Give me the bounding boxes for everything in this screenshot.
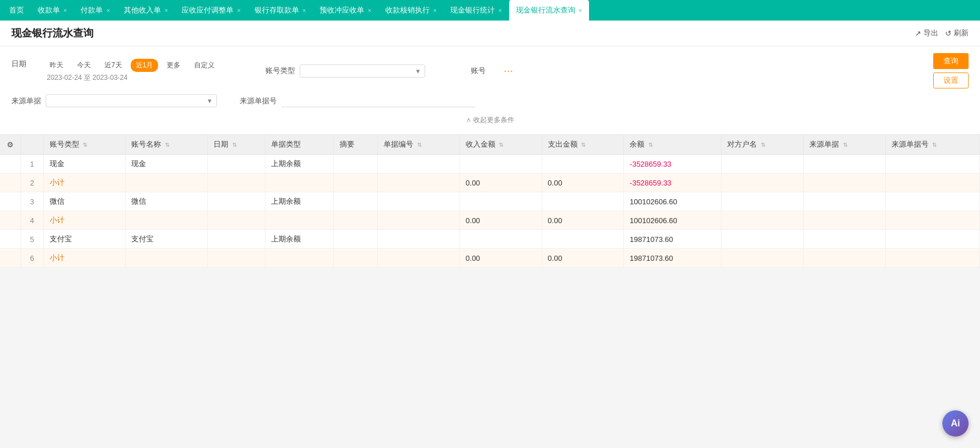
nav-advance[interactable]: 预收冲应收单 ×	[313, 0, 378, 21]
nav-collection[interactable]: 收款核销执行 ×	[378, 0, 443, 21]
nav-ar-ap-close[interactable]: ×	[237, 0, 240, 21]
source-doc-no-input[interactable]	[281, 95, 475, 107]
account-type-select[interactable]: ▾	[300, 64, 425, 78]
nav-bank-deposit-label: 银行存取款单	[255, 0, 299, 21]
export-button[interactable]: ↗ 导出	[915, 28, 938, 38]
date-filter: 日期 昨天 今天 近7天 近1月 更多 自定义 2023-02-24 至 202…	[11, 59, 220, 83]
nav-home[interactable]: 首页	[2, 0, 31, 21]
col-account-type[interactable]: 账号类型 ⇅	[43, 135, 126, 155]
query-button[interactable]: 查询	[933, 53, 969, 69]
date-btn-today[interactable]: 今天	[72, 59, 96, 72]
col-source-doc[interactable]: 来源单据 ⇅	[803, 135, 885, 155]
row-account-name	[126, 249, 208, 268]
row-settings	[0, 230, 21, 249]
row-doc-no	[378, 173, 460, 192]
row-expense	[542, 192, 624, 211]
date-btn-1month[interactable]: 近1月	[131, 59, 159, 72]
nav-advance-close[interactable]: ×	[368, 0, 371, 21]
row-num: 1	[21, 155, 43, 173]
nav-ar-ap[interactable]: 应收应付调整单 ×	[175, 0, 247, 21]
row-account-name: 微信	[126, 192, 208, 211]
col-expense[interactable]: 支出金额 ⇅	[542, 135, 624, 155]
collapse-label: 收起更多条件	[473, 116, 514, 124]
nav-cash-flow[interactable]: 现金银行流水查询 ×	[509, 0, 589, 21]
nav-bank-deposit-close[interactable]: ×	[303, 0, 306, 21]
table-container: ⚙ 账号类型 ⇅ 账号名称 ⇅ 日期 ⇅ 单据类型 摘要 单据编号 ⇅ 收入金额…	[0, 135, 980, 268]
col-counterparty[interactable]: 对方户名 ⇅	[721, 135, 804, 155]
date-btn-yesterday[interactable]: 昨天	[45, 59, 68, 72]
date-btn-7days[interactable]: 近7天	[99, 59, 127, 72]
refresh-button[interactable]: ↺ 刷新	[945, 28, 969, 38]
table-row: 6 小计 0.00 0.00 19871073.60	[0, 249, 980, 268]
nav-payment-label: 付款单	[80, 0, 103, 21]
nav-other-income-close[interactable]: ×	[164, 0, 168, 21]
row-account-name: 现金	[126, 155, 208, 173]
source-doc-no-label: 来源单据号	[240, 96, 277, 106]
row-counterparty	[721, 230, 804, 249]
refresh-label: 刷新	[954, 28, 969, 38]
nav-cash-flow-close[interactable]: ×	[579, 0, 582, 21]
row-settings	[0, 249, 21, 268]
account-dots[interactable]: ···	[504, 67, 514, 75]
row-summary	[333, 155, 377, 173]
nav-other-income[interactable]: 其他收入单 ×	[117, 0, 175, 21]
row-settings	[0, 173, 21, 192]
table-body: 1 现金 现金 上期余额 -3528659.33 2 小计 0.00 0.00 …	[0, 155, 980, 268]
row-date	[208, 211, 265, 230]
nav-collection-close[interactable]: ×	[433, 0, 437, 21]
nav-ar-ap-label: 应收应付调整单	[182, 0, 233, 21]
nav-cash-stats-close[interactable]: ×	[498, 0, 502, 21]
row-date	[208, 173, 265, 192]
row-balance: -3528659.33	[624, 155, 721, 173]
nav-payment[interactable]: 付款单 ×	[74, 0, 116, 21]
filter-row-2: 来源单据 ▾ 来源单据号	[11, 94, 969, 107]
row-num: 6	[21, 249, 43, 268]
date-controls: 昨天 今天 近7天 近1月 更多 自定义 2023-02-24 至 2023-0…	[45, 59, 220, 83]
row-doc-type	[265, 249, 334, 268]
row-doc-type	[265, 173, 334, 192]
date-btn-custom[interactable]: 自定义	[189, 59, 220, 72]
col-num	[21, 135, 43, 155]
row-account-type: 小计	[43, 249, 126, 268]
table-row: 4 小计 0.00 0.00 100102606.60	[0, 211, 980, 230]
nav-receipt-close[interactable]: ×	[63, 0, 67, 21]
row-summary	[333, 211, 377, 230]
col-account-name[interactable]: 账号名称 ⇅	[126, 135, 208, 155]
col-doc-no[interactable]: 单据编号 ⇅	[378, 135, 460, 155]
row-settings	[0, 155, 21, 173]
row-income	[459, 155, 542, 173]
nav-payment-close[interactable]: ×	[106, 0, 110, 21]
collapse-icon: ∧	[466, 116, 471, 124]
filter-row-1: 日期 昨天 今天 近7天 近1月 更多 自定义 2023-02-24 至 202…	[11, 53, 969, 88]
table-row: 1 现金 现金 上期余额 -3528659.33	[0, 155, 980, 173]
row-account-name	[126, 173, 208, 192]
col-balance[interactable]: 余额 ⇅	[624, 135, 721, 155]
settings-button[interactable]: 设置	[933, 72, 969, 88]
table-row: 5 支付宝 支付宝 上期余额 19871073.60	[0, 230, 980, 249]
row-source-doc	[803, 155, 885, 173]
nav-home-label: 首页	[9, 0, 24, 21]
nav-cash-stats[interactable]: 现金银行统计 ×	[443, 0, 509, 21]
row-source-doc	[803, 249, 885, 268]
source-doc-select[interactable]: ▾	[46, 94, 217, 107]
export-label: 导出	[923, 28, 938, 38]
col-settings[interactable]: ⚙	[0, 135, 21, 155]
table-row: 3 微信 微信 上期余额 100102606.60	[0, 192, 980, 211]
nav-cash-flow-label: 现金银行流水查询	[516, 0, 575, 21]
col-source-doc-no[interactable]: 来源单据号 ⇅	[885, 135, 979, 155]
row-doc-type: 上期余额	[265, 192, 334, 211]
col-income[interactable]: 收入金额 ⇅	[459, 135, 542, 155]
header-row: ⚙ 账号类型 ⇅ 账号名称 ⇅ 日期 ⇅ 单据类型 摘要 单据编号 ⇅ 收入金额…	[0, 135, 980, 155]
nav-receipt[interactable]: 收款单 ×	[31, 0, 74, 21]
collapse-bar[interactable]: ∧ 收起更多条件	[11, 113, 969, 127]
nav-bank-deposit[interactable]: 银行存取款单 ×	[248, 0, 313, 21]
date-btn-more[interactable]: 更多	[162, 59, 185, 72]
page-header: 现金银行流水查询 ↗ 导出 ↺ 刷新	[0, 21, 980, 46]
row-balance: -3528659.33	[624, 173, 721, 192]
row-summary	[333, 192, 377, 211]
date-label: 日期	[11, 59, 40, 69]
row-balance: 19871073.60	[624, 230, 721, 249]
row-num: 4	[21, 211, 43, 230]
col-date[interactable]: 日期 ⇅	[208, 135, 265, 155]
row-doc-no	[378, 249, 460, 268]
